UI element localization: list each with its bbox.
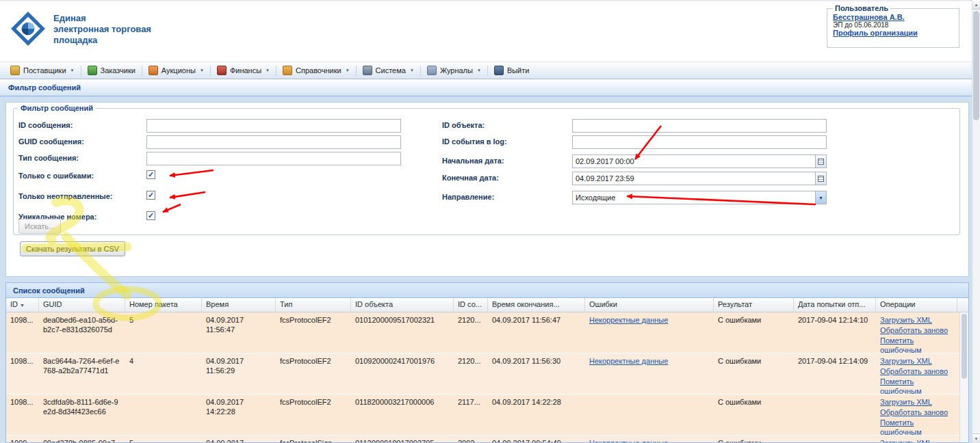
system-icon bbox=[363, 66, 372, 75]
grid-scrollbar-thumb[interactable] bbox=[962, 314, 967, 379]
cell-object_id: 0112000018017002795 bbox=[351, 435, 454, 442]
grid-scrollbar[interactable] bbox=[959, 312, 968, 442]
cell-time: 04.09.2017 11:56:29 bbox=[202, 353, 276, 394]
search-button[interactable]: Искать... bbox=[18, 219, 61, 234]
direction-input[interactable] bbox=[572, 191, 815, 204]
cell-event_id: 2120... bbox=[454, 353, 488, 394]
logo-icon bbox=[10, 10, 47, 47]
page-scrollbar[interactable]: ▲ ▼ bbox=[972, 0, 980, 443]
operation-link[interactable]: Загрузить XML bbox=[880, 438, 953, 442]
menu-item-directories[interactable]: Справочники▼ bbox=[276, 62, 356, 79]
grid-row[interactable]: 1098...8ac9644a-7264-e6ef-e768-a2b2a7747… bbox=[6, 353, 959, 394]
unsent-only-checkbox[interactable] bbox=[146, 191, 155, 200]
menu-item-suppliers[interactable]: Поставщики▼ bbox=[4, 62, 81, 79]
end-date-input[interactable] bbox=[572, 172, 815, 185]
message-guid-label: GUID сообщения: bbox=[18, 137, 84, 146]
menu-item-label: Заказчики bbox=[101, 66, 136, 75]
chevron-down-icon: ▼ bbox=[70, 68, 75, 72]
grid-title: Список сообщений bbox=[6, 283, 968, 298]
menu-item-label: Выйти bbox=[507, 66, 530, 75]
column-header-type[interactable]: Тип bbox=[276, 298, 351, 312]
cell-end_time: 04.09.2017 11:56:47 bbox=[488, 312, 585, 353]
direction-combo: ▼ bbox=[572, 191, 827, 204]
operation-link[interactable]: Пометить ошибочным bbox=[880, 418, 953, 435]
column-header-result[interactable]: Результат bbox=[714, 298, 794, 312]
scroll-down-icon[interactable]: ▼ bbox=[972, 433, 980, 443]
chevron-down-icon: ▼ bbox=[477, 68, 481, 72]
operation-link[interactable]: Обработать заново bbox=[880, 325, 953, 335]
download-csv-button[interactable]: Скачать результаты в CSV bbox=[20, 241, 125, 256]
errors-only-checkbox[interactable] bbox=[146, 170, 155, 179]
error-link[interactable]: Некорректные данные bbox=[589, 439, 668, 442]
page-scrollbar-thumb[interactable] bbox=[973, 11, 979, 120]
operation-link[interactable]: Обработать заново bbox=[880, 366, 953, 376]
cell-packet: 5 bbox=[125, 435, 202, 442]
column-header-guid[interactable]: GUID bbox=[39, 298, 125, 312]
chevron-down-icon: ▼ bbox=[266, 68, 270, 72]
filter-legend: Фильтр сообщений bbox=[18, 104, 96, 112]
column-header-packet[interactable]: Номер пакета bbox=[125, 298, 202, 312]
grid-row[interactable]: 1098...3cdfda9b-8111-6d6e-9e2d-8d34f423e… bbox=[6, 394, 959, 435]
column-header-label: ID bbox=[10, 300, 18, 308]
grid-row[interactable]: 1098...dea0bed6-ea10-a56d-b2c7-e831d3260… bbox=[6, 312, 959, 353]
operation-link[interactable]: Пометить ошибочным bbox=[880, 377, 953, 394]
column-header-errors[interactable]: Ошибки bbox=[585, 298, 714, 312]
unique-numbers-checkbox[interactable] bbox=[146, 211, 155, 220]
customers-icon bbox=[88, 66, 97, 75]
object-id-input[interactable] bbox=[572, 119, 827, 133]
message-id-input[interactable] bbox=[146, 119, 401, 133]
error-link[interactable]: Некорректные данные bbox=[589, 357, 668, 365]
column-header-id[interactable]: ID▼ bbox=[6, 298, 39, 312]
column-header-operations[interactable]: Операции bbox=[876, 298, 957, 312]
operation-link[interactable]: Загрузить XML bbox=[880, 356, 953, 366]
operation-link[interactable]: Загрузить XML bbox=[880, 397, 953, 407]
scroll-up-icon[interactable]: ▲ bbox=[972, 0, 980, 10]
cell-errors: Некорректные данные bbox=[585, 353, 714, 394]
cell-type: fcsProtocolEF2 bbox=[276, 312, 351, 353]
errors-only-label: Только с ошибками: bbox=[18, 172, 94, 180]
log-event-id-input[interactable] bbox=[572, 135, 827, 149]
error-link[interactable]: Некорректные данные bbox=[589, 316, 668, 324]
column-header-label: Операции bbox=[880, 300, 915, 308]
org-profile-link[interactable]: Профиль организации bbox=[833, 29, 953, 37]
cell-operations: Загрузить XMLОбработать зановоПометить о… bbox=[876, 435, 957, 442]
messages-grid-panel: Список сообщений ID▼GUIDНомер пакетаВрем… bbox=[5, 282, 969, 443]
menu-item-system[interactable]: Система▼ bbox=[357, 62, 420, 79]
column-header-event_id[interactable]: ID со... bbox=[454, 298, 488, 312]
cell-result: С ошибками bbox=[714, 353, 794, 394]
message-type-input[interactable] bbox=[146, 152, 401, 165]
operation-link[interactable]: Обработать заново bbox=[880, 407, 953, 417]
exit-icon bbox=[494, 66, 504, 75]
menu-item-finance[interactable]: Финансы▼ bbox=[211, 62, 276, 79]
column-header-attempt_date[interactable]: Дата попытки отп... bbox=[794, 298, 876, 312]
operation-link[interactable]: Пометить ошибочным bbox=[880, 336, 953, 353]
column-header-label: Дата попытки отп... bbox=[798, 300, 865, 308]
cell-errors: Некорректные данные bbox=[585, 435, 714, 442]
calendar-trigger-icon[interactable] bbox=[815, 172, 827, 185]
cell-packet bbox=[125, 394, 202, 435]
menu-item-exit[interactable]: Выйти bbox=[488, 62, 536, 79]
dropdown-trigger-icon[interactable]: ▼ bbox=[815, 191, 827, 204]
cell-errors: Некорректные данные bbox=[585, 312, 714, 353]
column-header-object_id[interactable]: ID объекта bbox=[351, 298, 454, 312]
menu-item-journals[interactable]: Журналы▼ bbox=[421, 62, 487, 79]
column-header-time[interactable]: Время bbox=[202, 298, 276, 312]
cell-id: 1098... bbox=[6, 353, 39, 394]
log-event-id-label: ID события в log: bbox=[442, 137, 507, 146]
start-date-input[interactable] bbox=[572, 155, 815, 168]
cell-object_id: 0118200003217000006 bbox=[351, 394, 454, 435]
object-id-label: ID объекта: bbox=[442, 121, 485, 129]
direction-label: Направление: bbox=[442, 193, 494, 201]
message-guid-input[interactable] bbox=[146, 135, 401, 149]
chevron-down-icon: ▼ bbox=[410, 68, 414, 72]
calendar-icon bbox=[818, 159, 824, 165]
calendar-trigger-icon[interactable] bbox=[815, 155, 827, 168]
cell-result: С ошибками bbox=[714, 394, 794, 435]
column-header-end_time[interactable]: Время окончания... bbox=[488, 298, 585, 312]
operation-link[interactable]: Загрузить XML bbox=[880, 315, 953, 325]
user-name-link[interactable]: Бесстрашнова А.В. bbox=[833, 13, 953, 21]
menu-item-customers[interactable]: Заказчики bbox=[81, 62, 142, 79]
grid-row[interactable]: 1099...09ad378b-9885-99e7-b575504.09.201… bbox=[6, 435, 959, 442]
menu-item-auctions[interactable]: Аукционы▼ bbox=[142, 62, 210, 79]
cell-errors bbox=[585, 394, 714, 435]
